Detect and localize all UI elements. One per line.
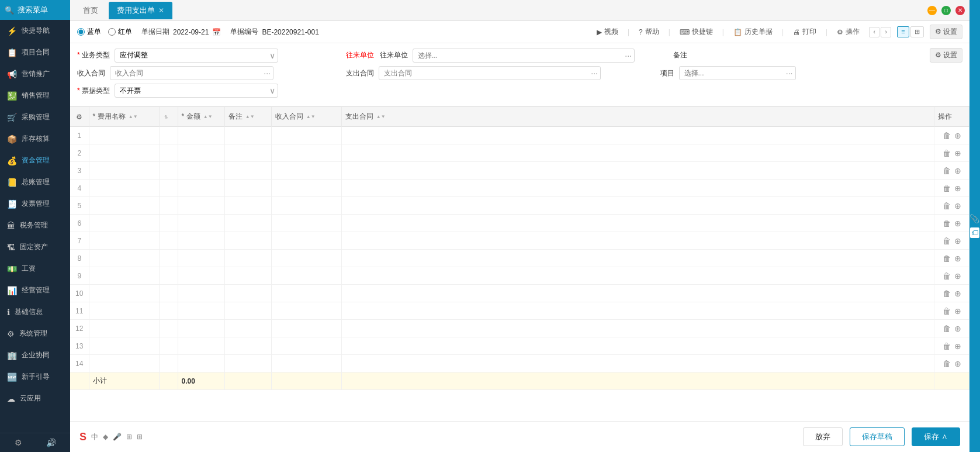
- copy-icon[interactable]: ⊕: [954, 236, 961, 246]
- nav-next-button[interactable]: ›: [881, 27, 891, 37]
- delete-icon[interactable]: 🗑: [943, 236, 951, 246]
- calendar-icon[interactable]: 📅: [212, 28, 221, 36]
- toolbar-history-button[interactable]: 📋 历史单据: [730, 25, 776, 39]
- delete-icon[interactable]: 🗑: [943, 184, 951, 193]
- sidebar-item-system[interactable]: ⚙ 系统管理: [0, 323, 70, 344]
- sidebar-item-fixed-assets[interactable]: 🏗 固定资产: [0, 236, 70, 258]
- invoice-type-input[interactable]: [115, 84, 267, 97]
- sidebar-item-salary[interactable]: 💵 工资: [0, 258, 70, 280]
- project-input[interactable]: [680, 67, 784, 80]
- sidebar-item-capital[interactable]: 💰 资金管理: [0, 150, 70, 171]
- delete-icon[interactable]: 🗑: [943, 341, 951, 351]
- delete-icon[interactable]: 🗑: [943, 289, 951, 298]
- window-close-button[interactable]: ✕: [955, 6, 965, 15]
- th-note[interactable]: 备注 ▲▼: [224, 107, 271, 127]
- row-note-2[interactable]: [224, 144, 271, 162]
- row-income-2[interactable]: [271, 144, 341, 162]
- business-type-dropdown-icon[interactable]: ∨: [267, 51, 278, 60]
- radio-blue-input[interactable]: [77, 28, 85, 36]
- row-amount-2[interactable]: [178, 144, 224, 162]
- radio-red-label[interactable]: 红单: [108, 27, 132, 37]
- copy-icon[interactable]: ⊕: [954, 254, 961, 263]
- window-maximize-button[interactable]: □: [941, 6, 951, 15]
- row-expense-1[interactable]: [341, 127, 934, 144]
- right-panel-attach-icon[interactable]: 📎: [970, 214, 979, 224]
- expense-contract-dots[interactable]: ···: [588, 68, 600, 78]
- row-expense-2[interactable]: [341, 144, 934, 162]
- settings-bottom-icon[interactable]: ⚙: [15, 438, 22, 447]
- sidebar-search[interactable]: 🔍 搜索菜单: [0, 0, 70, 20]
- income-contract-dots[interactable]: ···: [261, 68, 273, 78]
- sidebar-item-purchase[interactable]: 🛒 采购管理: [0, 106, 70, 128]
- tab-close-icon[interactable]: ✕: [158, 6, 164, 15]
- sidebar-item-operations[interactable]: 📊 经营管理: [0, 280, 70, 301]
- counterparty-dots[interactable]: ···: [622, 51, 634, 60]
- copy-icon[interactable]: ⊕: [954, 184, 961, 193]
- delete-icon[interactable]: 🗑: [943, 131, 951, 140]
- delete-icon[interactable]: 🗑: [943, 359, 951, 368]
- settings-button[interactable]: ⚙ 设置: [930, 25, 962, 39]
- toolbar-shortcuts-button[interactable]: ⌨ 快捷键: [676, 25, 716, 39]
- window-minimize-button[interactable]: —: [927, 6, 937, 15]
- income-contract-input[interactable]: [110, 67, 261, 80]
- copy-icon[interactable]: ⊕: [954, 289, 961, 298]
- project-dots[interactable]: ···: [784, 68, 795, 78]
- row-note-1[interactable]: [224, 127, 271, 144]
- row-amount-1[interactable]: [178, 127, 224, 144]
- copy-icon[interactable]: ⊕: [954, 306, 961, 316]
- counterparty-input[interactable]: [413, 49, 622, 62]
- radio-red-input[interactable]: [108, 28, 116, 36]
- th-settings[interactable]: ⚙: [70, 107, 89, 127]
- sidebar-item-project-contract[interactable]: 📋 项目合同: [0, 42, 70, 63]
- delete-icon[interactable]: 🗑: [943, 201, 951, 211]
- right-panel-tag-icon[interactable]: 🏷: [970, 227, 979, 238]
- sidebar-item-new-guide[interactable]: 🆕 新手引导: [0, 366, 70, 388]
- copy-icon[interactable]: ⊕: [954, 131, 961, 140]
- delete-icon[interactable]: 🗑: [943, 324, 951, 333]
- sidebar-item-sales[interactable]: 💹 销售管理: [0, 85, 70, 106]
- delete-icon[interactable]: 🗑: [943, 271, 951, 281]
- delete-icon[interactable]: 🗑: [943, 166, 951, 175]
- delete-icon[interactable]: 🗑: [943, 254, 951, 263]
- invoice-type-dropdown[interactable]: ∨: [267, 86, 278, 95]
- toolbar-video-button[interactable]: ▶ 视频: [593, 25, 622, 39]
- copy-icon[interactable]: ⊕: [954, 166, 961, 175]
- sidebar-item-cloud-apps[interactable]: ☁ 云应用: [0, 388, 70, 409]
- copy-icon[interactable]: ⊕: [954, 271, 961, 281]
- tab-home[interactable]: 首页: [75, 2, 106, 19]
- sidebar-item-accounting[interactable]: 📒 总账管理: [0, 171, 70, 193]
- copy-icon[interactable]: ⊕: [954, 149, 961, 158]
- delete-icon[interactable]: 🗑: [943, 149, 951, 158]
- radio-blue-label[interactable]: 蓝单: [77, 27, 101, 37]
- row-income-1[interactable]: [271, 127, 341, 144]
- discard-button[interactable]: 放弃: [803, 427, 843, 446]
- th-amount[interactable]: * 金额 ▲▼: [178, 107, 224, 127]
- save-button[interactable]: 保存 ∧: [912, 427, 960, 446]
- sidebar-item-tax[interactable]: 🏛 税务管理: [0, 215, 70, 236]
- sidebar-item-marketing[interactable]: 📢 营销推广: [0, 63, 70, 85]
- copy-icon[interactable]: ⊕: [954, 219, 961, 228]
- tab-expense[interactable]: 费用支出单 ✕: [109, 2, 172, 19]
- expense-contract-input[interactable]: [379, 67, 588, 80]
- row-name-2[interactable]: [89, 144, 159, 162]
- copy-icon[interactable]: ⊕: [954, 341, 961, 351]
- view-list-button[interactable]: ≡: [897, 26, 909, 37]
- copy-icon[interactable]: ⊕: [954, 324, 961, 333]
- nav-prev-button[interactable]: ‹: [869, 27, 879, 37]
- volume-bottom-icon[interactable]: 🔊: [46, 438, 56, 447]
- sidebar-item-inventory[interactable]: 📦 库存核算: [0, 128, 70, 150]
- business-type-input[interactable]: [115, 49, 267, 62]
- sidebar-item-basic-info[interactable]: ℹ 基础信息: [0, 301, 70, 323]
- save-draft-button[interactable]: 保存草稿: [850, 427, 905, 446]
- delete-icon[interactable]: 🗑: [943, 219, 951, 228]
- delete-icon[interactable]: 🗑: [943, 306, 951, 316]
- toolbar-help-button[interactable]: ? 帮助: [635, 25, 663, 39]
- sidebar-item-enterprise[interactable]: 🏢 企业协同: [0, 344, 70, 366]
- sidebar-item-invoice[interactable]: 🧾 发票管理: [0, 193, 70, 215]
- toolbar-print-button[interactable]: 🖨 打印: [789, 25, 820, 39]
- toolbar-ops-button[interactable]: ⚙ 操作: [833, 25, 863, 39]
- row-name-1[interactable]: [89, 127, 159, 144]
- copy-icon[interactable]: ⊕: [954, 201, 961, 211]
- view-grid-button[interactable]: ⊞: [910, 26, 924, 37]
- form-settings-button[interactable]: ⚙ 设置: [930, 48, 962, 63]
